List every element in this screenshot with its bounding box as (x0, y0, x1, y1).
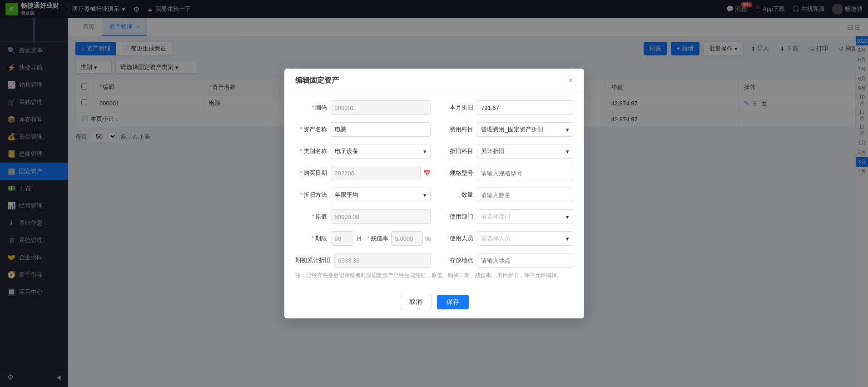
use-dept-placeholder: 请选择部门 (481, 213, 511, 221)
form-item-use-dept: 使用部门 请选择部门 ▾ (441, 209, 573, 224)
use-person-placeholder: 请选择人员 (481, 234, 511, 243)
dep-method-label: *折旧方法 (295, 191, 327, 199)
dep-subject-label: 折旧科目 (441, 147, 473, 155)
dep-subject-value: 累计折旧 (481, 147, 505, 155)
asset-name-input[interactable] (331, 122, 431, 137)
calendar-icon[interactable]: 📅 (423, 170, 431, 177)
use-person-label: 使用人员 (441, 234, 473, 243)
expense-subject-label: 费用科目 (441, 125, 473, 134)
form-item-period-residual: *期限 月 *残值率 % (295, 231, 431, 246)
form-item-purchase-date: *购买日期 📅 (295, 166, 431, 180)
modal-note-text: 注：已经存在变更记录或者对应固定资产已经生成凭证，原值、购买日期、残值率、累计折… (295, 272, 562, 278)
form-item-use-person: 使用人员 请选择人员 ▾ (441, 231, 573, 246)
purchase-date-group: 📅 (331, 166, 431, 180)
modal-body: *编码 本月折旧 *资产名称 (284, 91, 584, 289)
expense-subject-value: 管理费用_固定资产折旧 (481, 125, 543, 134)
form-item-expense-subject: 费用科目 管理费用_固定资产折旧 ▾ (441, 122, 573, 137)
residual-rate-unit: % (426, 235, 431, 242)
modal-close-btn[interactable]: × (568, 76, 573, 85)
accumulated-dep-label: 期初累计折旧 (295, 256, 331, 264)
modal-footer: 取消 保存 (284, 289, 584, 318)
code-label: *编码 (295, 104, 327, 112)
use-dept-label: 使用部门 (441, 213, 473, 221)
form-item-code: *编码 (295, 100, 431, 115)
dep-subject-arrow: ▾ (566, 148, 569, 155)
period-group: 月 *残值率 % (331, 231, 431, 246)
asset-name-label: *资产名称 (295, 125, 327, 134)
original-value-input[interactable] (331, 209, 431, 224)
category-arrow: ▾ (423, 148, 427, 155)
modal-overlay: 编辑固定资产 × *编码 本月折旧 (0, 0, 868, 387)
dep-subject-select[interactable]: 累计折旧 ▾ (477, 144, 573, 159)
purchase-date-label: *购买日期 (295, 169, 327, 177)
category-select[interactable]: 电子设备 ▾ (331, 144, 431, 159)
monthly-dep-label: 本月折旧 (441, 104, 473, 112)
form-item-accumulated-dep: 期初累计折旧 (295, 253, 431, 268)
expense-subject-arrow: ▾ (566, 126, 569, 133)
cancel-label: 取消 (409, 298, 422, 306)
residual-rate-label: *残值率 (367, 234, 388, 243)
dep-method-value: 年限平均 (335, 191, 358, 199)
quantity-label: 数量 (441, 191, 473, 199)
use-dept-select[interactable]: 请选择部门 ▾ (477, 209, 573, 224)
form-item-storage-location: 存放地点 (441, 253, 573, 268)
save-label: 保存 (446, 298, 459, 306)
residual-rate-input[interactable] (391, 231, 423, 246)
form-item-dep-method: *折旧方法 年限平均 ▾ (295, 188, 431, 202)
expense-subject-select[interactable]: 管理费用_固定资产折旧 ▾ (477, 122, 573, 137)
cancel-button[interactable]: 取消 (400, 295, 432, 309)
storage-location-input[interactable] (477, 253, 573, 268)
form-item-monthly-dep: 本月折旧 (441, 100, 573, 115)
form-grid: *编码 本月折旧 *资产名称 (295, 100, 573, 268)
form-item-original-value: *原值 (295, 209, 431, 224)
edit-asset-modal: 编辑固定资产 × *编码 本月折旧 (284, 69, 584, 318)
form-item-category: *类别名称 电子设备 ▾ (295, 144, 431, 159)
form-item-dep-subject: 折旧科目 累计折旧 ▾ (441, 144, 573, 159)
code-input[interactable] (331, 100, 431, 115)
use-person-select[interactable]: 请选择人员 ▾ (477, 231, 573, 246)
dep-method-arrow: ▾ (423, 192, 427, 198)
use-person-arrow: ▾ (566, 235, 569, 242)
modal-header: 编辑固定资产 × (284, 69, 584, 91)
spec-model-input[interactable] (477, 166, 573, 180)
modal-title: 编辑固定资产 (295, 76, 339, 85)
quantity-input[interactable] (477, 188, 573, 202)
category-value: 电子设备 (335, 147, 358, 155)
spec-model-label: 规格型号 (441, 169, 473, 177)
period-label: *期限 (295, 234, 327, 243)
use-dept-arrow: ▾ (566, 213, 569, 220)
period-input[interactable] (331, 231, 353, 246)
original-value-label: *原值 (295, 213, 327, 221)
storage-location-label: 存放地点 (441, 256, 473, 264)
modal-note: 注：已经存在变更记录或者对应固定资产已经生成凭证，原值、购买日期、残值率、累计折… (295, 268, 573, 280)
accumulated-dep-input[interactable] (334, 253, 431, 268)
dep-method-select[interactable]: 年限平均 ▾ (331, 188, 431, 202)
form-item-asset-name: *资产名称 (295, 122, 431, 137)
form-item-spec-model: 规格型号 (441, 166, 573, 180)
form-item-quantity: 数量 (441, 188, 573, 202)
category-label: *类别名称 (295, 147, 327, 155)
purchase-date-input[interactable] (331, 166, 421, 180)
monthly-dep-input[interactable] (477, 100, 573, 115)
period-unit: 月 (356, 234, 362, 243)
save-button[interactable]: 保存 (437, 295, 469, 309)
